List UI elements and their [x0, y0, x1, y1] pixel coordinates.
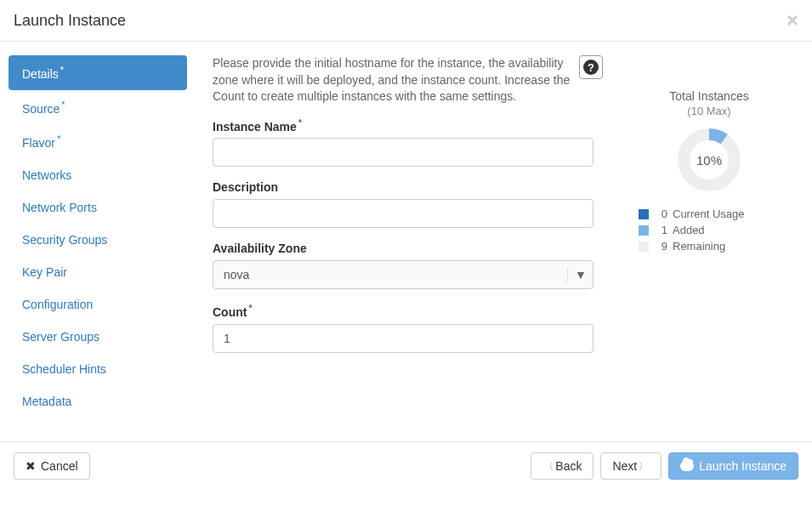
cloud-upload-icon — [680, 461, 694, 471]
legend-row: 9Remaining — [639, 240, 798, 253]
modal-title: Launch Instance — [14, 12, 126, 30]
availability-zone-group: Availability Zone nova ▼ — [213, 242, 603, 289]
sidebar-item-label: Flavor — [22, 136, 55, 150]
required-asterisk: * — [298, 117, 302, 128]
sidebar-item-label: Network Ports — [22, 201, 97, 214]
count-label-text: Count — [213, 305, 247, 319]
question-icon: ? — [583, 60, 599, 75]
required-asterisk: * — [61, 99, 65, 110]
description-group: Description — [213, 180, 603, 228]
next-button[interactable]: Next 〉 — [600, 452, 662, 480]
legend-swatch — [639, 225, 649, 236]
sidebar-item-details[interactable]: Details* — [9, 55, 187, 90]
chevron-right-icon: 〉 — [639, 460, 648, 473]
sidebar-item-label: Security Groups — [22, 233, 107, 247]
legend-value: 1 — [656, 224, 667, 236]
sidebar-item-source[interactable]: Source* — [9, 90, 187, 125]
instance-name-group: Instance Name* — [213, 117, 603, 168]
sidebar-item-metadata[interactable]: Metadata — [9, 385, 187, 418]
launch-instance-button[interactable]: Launch Instance — [668, 452, 798, 480]
modal-header: Launch Instance × — [0, 0, 812, 42]
sidebar-item-label: Details — [22, 67, 59, 81]
cancel-button-label: Cancel — [41, 459, 78, 473]
description-label: Description — [213, 180, 603, 194]
sidebar-item-key-pair[interactable]: Key Pair — [9, 256, 187, 288]
sidebar-item-configuration[interactable]: Configuration — [9, 288, 187, 321]
chevron-left-icon: 〈 — [544, 460, 554, 473]
legend-label: Current Usage — [673, 208, 745, 220]
back-button-label: Back — [555, 459, 582, 473]
sidebar-item-security-groups[interactable]: Security Groups — [9, 224, 187, 256]
count-label: Count* — [213, 303, 603, 319]
help-text: Please provide the initial hostname for … — [213, 55, 603, 105]
availability-zone-select[interactable]: nova ▼ — [213, 260, 593, 289]
quota-title: Total Instances — [620, 89, 798, 103]
help-icon[interactable]: ? — [579, 55, 603, 79]
sidebar-item-server-groups[interactable]: Server Groups — [9, 321, 187, 353]
back-button[interactable]: 〈 Back — [531, 452, 593, 480]
legend-value: 9 — [656, 240, 667, 253]
sidebar-item-flavor[interactable]: Flavor* — [9, 124, 187, 159]
legend-value: 0 — [656, 208, 667, 220]
cancel-button[interactable]: ✖ Cancel — [14, 452, 90, 480]
sidebar-item-network-ports[interactable]: Network Ports — [9, 191, 187, 224]
quota-percent: 10% — [677, 128, 741, 192]
availability-zone-value: nova — [224, 268, 249, 281]
main-panel: ? Please provide the initial hostname fo… — [196, 42, 812, 441]
legend-row: 0Current Usage — [639, 208, 798, 220]
required-asterisk: * — [248, 303, 252, 313]
legend-row: 1Added — [639, 224, 798, 236]
sidebar-item-label: Networks — [22, 168, 71, 182]
next-button-label: Next — [612, 459, 637, 473]
legend-swatch — [639, 209, 649, 219]
quota-donut-chart: 10% — [677, 128, 741, 192]
availability-zone-label: Availability Zone — [213, 242, 603, 255]
sidebar-item-label: Metadata — [22, 395, 71, 408]
count-group: Count* — [213, 303, 603, 353]
quota-panel: Total Instances (10 Max) 10% 0Current Us… — [620, 55, 798, 428]
required-asterisk: * — [60, 65, 64, 75]
quota-subtitle: (10 Max) — [620, 105, 798, 117]
sidebar-item-networks[interactable]: Networks — [9, 159, 187, 191]
instance-name-input[interactable] — [213, 138, 593, 167]
modal-body: Details*Source*Flavor*NetworksNetwork Po… — [0, 42, 812, 441]
sidebar-item-label: Source — [22, 101, 60, 115]
legend-swatch — [639, 242, 649, 252]
sidebar-item-label: Server Groups — [22, 330, 99, 344]
chevron-down-icon: ▼ — [567, 268, 582, 281]
close-icon: ✖ — [26, 459, 36, 473]
close-icon[interactable]: × — [786, 10, 798, 31]
sidebar-item-label: Configuration — [22, 298, 93, 311]
legend-label: Remaining — [673, 240, 725, 253]
footer-right-buttons: 〈 Back Next 〉 Launch Instance — [531, 452, 798, 480]
instance-name-label: Instance Name* — [213, 117, 603, 134]
wizard-sidebar: Details*Source*Flavor*NetworksNetwork Po… — [0, 42, 196, 441]
legend-label: Added — [673, 224, 705, 236]
launch-button-label: Launch Instance — [699, 459, 786, 473]
modal-footer: ✖ Cancel 〈 Back Next 〉 Launch Instance — [0, 441, 812, 490]
required-asterisk: * — [57, 134, 60, 144]
sidebar-item-label: Scheduler Hints — [22, 362, 106, 376]
instance-name-label-text: Instance Name — [213, 119, 297, 133]
sidebar-item-scheduler-hints[interactable]: Scheduler Hints — [9, 353, 187, 385]
description-input[interactable] — [213, 199, 593, 228]
quota-legend: 0Current Usage1Added9Remaining — [620, 208, 798, 253]
form-area: ? Please provide the initial hostname fo… — [213, 55, 620, 428]
count-input[interactable] — [213, 324, 593, 353]
sidebar-item-label: Key Pair — [22, 265, 67, 279]
